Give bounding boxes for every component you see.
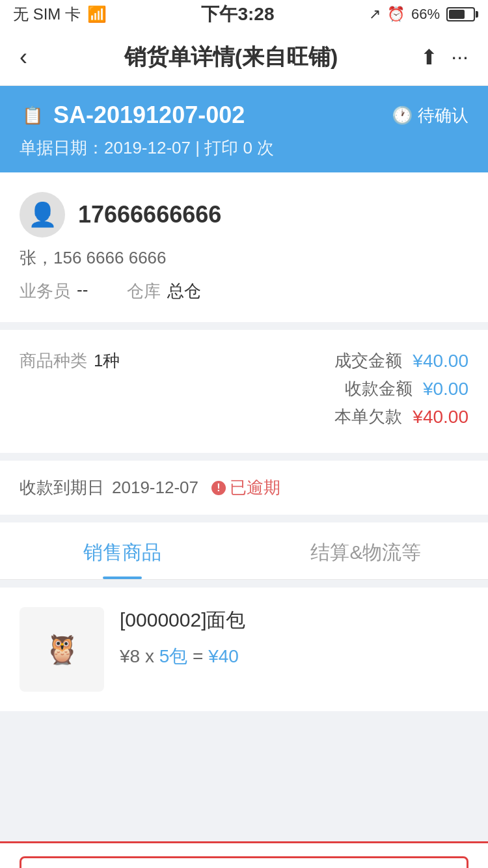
nav-bar: ‹ 销货单详情(来自旺铺) ⬆ ···: [0, 29, 488, 86]
header-top: 📋 SA-20191207-002 🕐 待确认: [20, 102, 468, 129]
debt-label: 本单欠款: [334, 405, 402, 428]
confirm-button[interactable]: 旺铺订单确认: [20, 856, 468, 868]
order-icon: 📋: [20, 105, 46, 126]
status-bar: 无 SIM 卡 📶 下午3:28 ↗ ⏰ 66%: [0, 0, 488, 29]
tab-products[interactable]: 销售商品: [0, 522, 244, 579]
debt-row: 本单欠款 ¥40.00: [334, 405, 468, 428]
product-thumbnail: 🦉: [20, 607, 104, 692]
salesperson-field: 业务员 --: [20, 280, 88, 303]
overdue-icon: !: [211, 481, 226, 495]
product-type-value: 1种: [94, 349, 120, 372]
summary-right: 成交金额 ¥40.00 收款金额 ¥0.00 本单欠款 ¥40.00: [334, 349, 468, 433]
customer-phone: 17666666666: [78, 201, 221, 228]
product-total: ¥40: [208, 646, 239, 666]
status-badge: 🕐 待确认: [392, 104, 468, 127]
bottom-bar: 旺铺订单确认: [0, 841, 488, 868]
battery-icon: [446, 7, 475, 21]
product-qty: 5包: [159, 646, 188, 666]
product-type: 商品种类 1种: [20, 349, 120, 372]
more-icon[interactable]: ···: [451, 45, 468, 69]
alarm-icon: ⏰: [387, 6, 405, 23]
order-header-card: 📋 SA-20191207-002 🕐 待确认 单据日期：2019-12-07 …: [0, 86, 488, 172]
warehouse-label: 仓库: [127, 280, 161, 303]
order-id: 📋 SA-20191207-002: [20, 102, 245, 129]
carrier-label: 无 SIM 卡: [13, 4, 81, 25]
status-time: 下午3:28: [201, 2, 274, 27]
product-card: 🦉 [0000002]面包 ¥8 x 5包 = ¥40: [0, 588, 488, 711]
meta-row: 业务员 -- 仓库 总仓: [20, 280, 468, 303]
customer-info-card: 👤 17666666666 张，156 6666 6666 业务员 -- 仓库 …: [0, 172, 488, 322]
transaction-row: 成交金额 ¥40.00: [334, 349, 468, 372]
status-right: ↗ ⏰ 66%: [369, 6, 475, 23]
avatar: 👤: [20, 192, 65, 237]
avatar-icon: 👤: [28, 201, 57, 228]
price-separator: =: [187, 646, 208, 666]
warehouse-field: 仓库 总仓: [127, 280, 201, 303]
product-type-label: 商品种类: [20, 349, 87, 372]
summary-card: 商品种类 1种 成交金额 ¥40.00 收款金额 ¥0.00 本单欠款 ¥40.…: [0, 330, 488, 453]
debt-amount: ¥40.00: [413, 407, 468, 427]
tabs-bar: 销售商品 结算&物流等: [0, 522, 488, 580]
product-info: [0000002]面包 ¥8 x 5包 = ¥40: [120, 607, 468, 692]
due-label: 收款到期日: [20, 476, 104, 499]
transaction-label: 成交金额: [334, 349, 402, 372]
gps-icon: ↗: [369, 6, 381, 23]
product-name: [0000002]面包: [120, 607, 468, 634]
price-unit: ¥8 x: [120, 646, 159, 666]
summary-left: 商品种类 1种: [20, 349, 120, 372]
payment-label: 收款金额: [345, 377, 413, 400]
page-title: 销货单详情(来自旺铺): [59, 42, 403, 72]
share-icon[interactable]: ⬆: [420, 45, 438, 70]
battery-percent: 66%: [411, 6, 440, 23]
product-price: ¥8 x 5包 = ¥40: [120, 644, 468, 669]
back-button[interactable]: ‹: [20, 44, 59, 71]
due-date: 2019-12-07: [112, 478, 198, 498]
customer-row: 👤 17666666666: [20, 192, 468, 237]
clock-icon: 🕐: [392, 105, 413, 126]
warehouse-value: 总仓: [167, 280, 201, 303]
nav-actions: ⬆ ···: [403, 45, 468, 70]
wifi-icon: 📶: [87, 5, 107, 23]
header-meta: 单据日期：2019-12-07 | 打印 0 次: [20, 137, 468, 159]
salesperson-label: 业务员: [20, 280, 70, 303]
due-date-card: 收款到期日 2019-12-07 ! 已逾期: [0, 461, 488, 515]
tab-settlement[interactable]: 结算&物流等: [244, 522, 488, 579]
transaction-amount: ¥40.00: [413, 351, 468, 372]
product-thumb-icon: 🦉: [44, 632, 80, 666]
status-left: 无 SIM 卡 📶: [13, 4, 107, 25]
payment-row: 收款金额 ¥0.00: [334, 377, 468, 400]
payment-amount: ¥0.00: [423, 379, 468, 400]
customer-name: 张，156 6666 6666: [20, 247, 468, 269]
overdue-badge: ! 已逾期: [211, 476, 280, 499]
salesperson-value: --: [77, 280, 88, 303]
footer-area: [0, 711, 488, 841]
overdue-text: 已逾期: [230, 476, 280, 499]
